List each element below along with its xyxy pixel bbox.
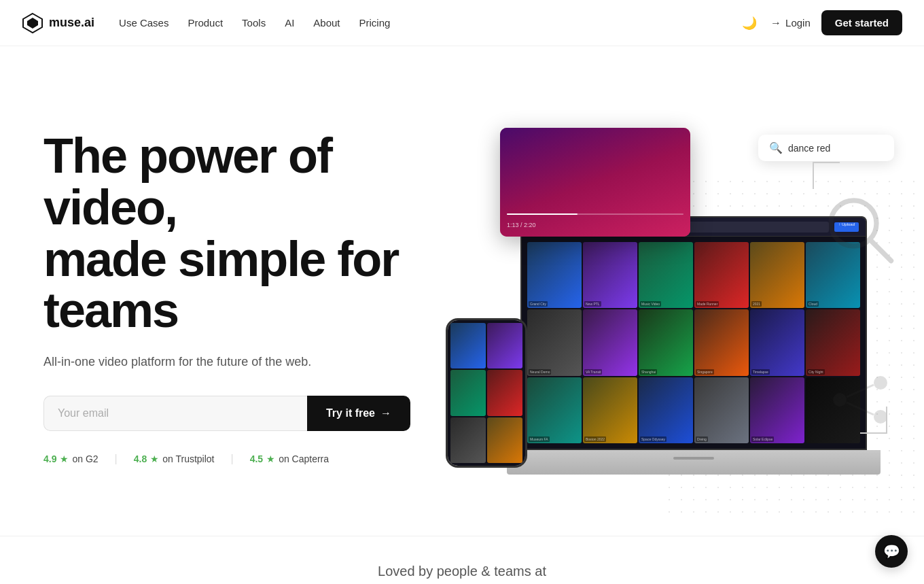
video-thumb-13: Museum FA xyxy=(527,377,582,443)
video-grid: Grand City New PTL Music Video Made Runn… xyxy=(522,237,866,449)
capterra-score: 4.5 xyxy=(250,453,263,464)
nav-link-use-cases[interactable]: Use Cases xyxy=(119,17,168,29)
trustpilot-score: 4.8 xyxy=(134,453,147,464)
video-thumb-2: New PTL xyxy=(583,242,637,308)
svg-point-5 xyxy=(874,376,887,390)
video-thumb-7: Neural Demo xyxy=(527,309,582,375)
nav-link-product[interactable]: Product xyxy=(188,17,223,29)
hero-title-line3: teams xyxy=(43,283,178,337)
nav-links: Use Cases Product Tools AI About Pricing xyxy=(119,17,390,29)
nav-link-pricing[interactable]: Pricing xyxy=(359,17,391,29)
video-thumb-1: Grand City xyxy=(527,242,582,308)
video-thumb-3: Music Video xyxy=(639,242,693,308)
video-time: 1:13 / 2:20 xyxy=(507,222,536,228)
login-icon: → xyxy=(770,17,781,29)
video-thumb-17: Solar Eclipse xyxy=(750,377,804,443)
search-overlay-icon: 🔍 xyxy=(769,141,783,154)
arrow-icon: → xyxy=(380,407,391,419)
capterra-platform: on Capterra xyxy=(279,453,329,464)
get-started-button[interactable]: Get started xyxy=(821,10,902,35)
theme-toggle-button[interactable]: 🌙 xyxy=(739,13,760,33)
nav-link-tools[interactable]: Tools xyxy=(242,17,266,29)
phone-thumb-2 xyxy=(487,323,522,368)
progress-bar xyxy=(507,213,683,215)
phone-mockup xyxy=(446,318,527,468)
login-label: Login xyxy=(785,17,811,29)
video-thumb-4: Made Runner xyxy=(694,242,749,308)
progress-fill xyxy=(507,213,578,215)
video-thumb-12: City Night xyxy=(806,309,860,375)
hero-title-line1: The power of video, xyxy=(43,128,332,235)
video-thumb-9: Shanghai xyxy=(639,309,693,375)
screen-content: muse.ai Search your videos... ↑ Upload G… xyxy=(522,218,866,449)
g2-score: 4.9 xyxy=(43,453,56,464)
rating-sep-2: | xyxy=(231,453,234,465)
video-preview-card: 1:13 / 2:20 xyxy=(500,128,690,237)
nav-link-about[interactable]: About xyxy=(313,17,340,29)
video-thumb-14: Boston 2022 xyxy=(583,377,637,443)
hero-title: The power of video, made simple for team… xyxy=(43,131,424,336)
rating-sep-1: | xyxy=(115,453,118,465)
hero-left: The power of video, made simple for team… xyxy=(43,131,424,464)
svg-line-7 xyxy=(847,385,874,397)
rating-g2: 4.9 ★ on G2 xyxy=(43,453,99,464)
phone-thumb-1 xyxy=(450,323,486,368)
loved-by-title: Loved by people & teams at xyxy=(43,564,881,579)
phone-screen xyxy=(448,320,525,466)
trustpilot-platform: on Trustpilot xyxy=(162,453,214,464)
video-progress: 1:13 / 2:20 xyxy=(507,213,683,230)
video-thumb-8: VA Transit xyxy=(583,309,637,375)
logo-icon xyxy=(22,12,43,34)
laptop-screen: muse.ai Search your videos... ↑ Upload G… xyxy=(520,216,867,450)
phone-thumb-4 xyxy=(487,370,522,415)
phone-thumb-5 xyxy=(450,417,486,463)
navbar: muse.ai Use Cases Product Tools AI About… xyxy=(0,0,924,46)
email-input[interactable] xyxy=(43,396,307,431)
video-thumb-15: Space Odyssey xyxy=(639,377,693,443)
video-thumb-16: Diving xyxy=(694,377,749,443)
capterra-star: ★ xyxy=(266,453,275,464)
bracket-bottom-right xyxy=(860,407,887,434)
g2-platform: on G2 xyxy=(72,453,98,464)
large-search-icon xyxy=(819,189,901,271)
nav-right: 🌙 → Login Get started xyxy=(739,10,902,35)
svg-marker-1 xyxy=(27,18,38,29)
nav-left: muse.ai Use Cases Product Tools AI About… xyxy=(22,12,390,34)
hero-visual: 🔍 dance red 1:13 / 2:20 muse.ai S xyxy=(459,121,881,475)
g2-star: ★ xyxy=(60,453,69,464)
chat-bubble-button[interactable]: 💬 xyxy=(875,535,908,568)
video-preview-inner: 1:13 / 2:20 xyxy=(500,128,690,237)
video-thumb-5: 2021 xyxy=(750,242,804,308)
ratings: 4.9 ★ on G2 | 4.8 ★ on Trustpilot | 4.5 … xyxy=(43,453,424,465)
phone-thumb-6 xyxy=(487,417,522,463)
hero-cta: Try it free → xyxy=(43,396,410,431)
logo-text: muse.ai xyxy=(49,16,94,30)
login-button[interactable]: → Login xyxy=(770,17,811,29)
svg-line-3 xyxy=(870,239,891,260)
svg-point-4 xyxy=(833,393,847,407)
logo[interactable]: muse.ai xyxy=(22,12,94,34)
video-thumb-11: Timelapse xyxy=(750,309,804,375)
try-free-label: Try it free xyxy=(326,407,375,419)
trustpilot-star: ★ xyxy=(150,453,159,464)
try-free-button[interactable]: Try it free → xyxy=(307,396,410,431)
phone-video-grid xyxy=(450,323,522,463)
rating-trustpilot: 4.8 ★ on Trustpilot xyxy=(134,453,215,464)
nav-link-ai[interactable]: AI xyxy=(285,17,294,29)
video-thumb-10: Singapore xyxy=(694,309,749,375)
search-overlay-card: 🔍 dance red xyxy=(758,135,894,161)
chat-icon: 💬 xyxy=(883,543,900,560)
hero-title-line2: made simple for xyxy=(43,232,398,286)
rating-capterra: 4.5 ★ on Capterra xyxy=(250,453,329,464)
hero-section: The power of video, made simple for team… xyxy=(0,46,924,536)
phone-thumb-3 xyxy=(450,370,486,415)
bracket-top-left xyxy=(813,162,840,189)
laptop-base xyxy=(507,450,881,475)
search-overlay-text: dance red xyxy=(788,143,830,154)
loved-by-section: Loved by people & teams at NHS 🔥 NYU FOR… xyxy=(0,536,924,584)
hero-subtitle: All-in-one video platform for the future… xyxy=(43,353,424,371)
